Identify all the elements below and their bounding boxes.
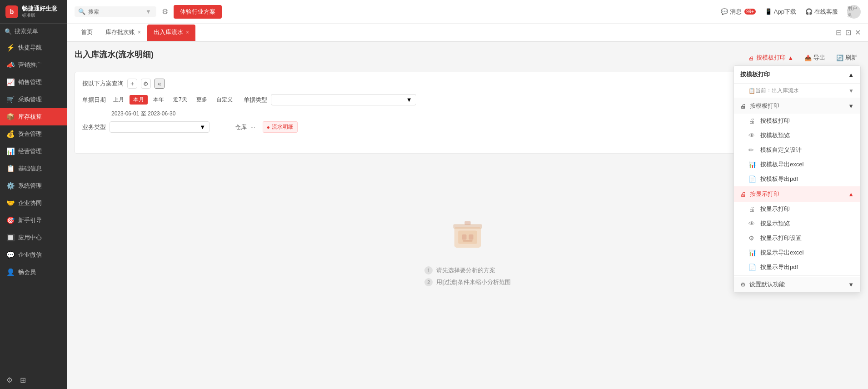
display-section-chevron: ▲ <box>848 191 854 198</box>
topbar-right: 💬 消息 99+ 📱 App下载 🎧 在线客服 用户名 <box>721 5 861 19</box>
print-chevron-icon: ▲ <box>788 55 793 61</box>
tab-expand-icon[interactable]: ⊡ <box>845 28 851 37</box>
sidebar-item-quicknav[interactable]: ⚡ 快捷导航 <box>0 39 67 56</box>
display-print-label: 按显示打印 <box>760 205 790 213</box>
date-tab-custom[interactable]: 自定义 <box>213 95 236 105</box>
tab-flow[interactable]: 出入库流水 × <box>147 25 195 41</box>
sidebar-item-inventory[interactable]: 📦 库存核算 <box>0 108 67 125</box>
dropdown-item-display-excel[interactable]: 📊 按显示导出excel <box>734 245 860 260</box>
doctype-select[interactable]: ▼ <box>271 94 416 105</box>
doctype-field-label: 单据类型 <box>244 96 267 104</box>
messages-label: 消息 <box>730 8 742 16</box>
dropdown-item-display-settings[interactable]: ⚙ 按显示打印设置 <box>734 231 860 245</box>
messages-badge: 99+ <box>744 9 756 15</box>
business-type-label: 业务类型 <box>82 123 106 131</box>
sidebar-item-label: 销售管理 <box>18 78 42 86</box>
sidebar-item-label: 应用中心 <box>18 234 42 242</box>
filter-label: 按以下方案查询 <box>82 80 124 88</box>
settings-bottom-icon[interactable]: ⚙ <box>6 376 13 384</box>
default-settings-row[interactable]: ⚙ 设置默认功能 ▼ <box>734 277 860 292</box>
tab-batch[interactable]: 库存批次账 × <box>99 25 147 41</box>
date-tab-this-month[interactable]: 本月 <box>130 95 148 105</box>
svg-rect-2 <box>462 234 467 240</box>
dropdown-item-template-pdf[interactable]: 📄 按模板导出pdf <box>734 172 860 186</box>
collapse-sidebar-icon[interactable]: ⊞ <box>20 376 26 384</box>
dropdown-item-template-print[interactable]: 🖨 按模板打印 <box>734 114 860 128</box>
topbar-search-input[interactable] <box>88 9 143 15</box>
warehouse-group: 仓库 ··· <box>235 123 255 131</box>
sidebar-item-purchase[interactable]: 🛒 采购管理 <box>0 91 67 108</box>
filter-collapse-btn[interactable]: « <box>155 79 165 89</box>
tab-close-all-icon[interactable]: ✕ <box>855 28 861 37</box>
step-2-text: 用[过滤]条件来缩小分析范围 <box>436 278 510 286</box>
date-tab-this-year[interactable]: 本年 <box>150 95 168 105</box>
filter-settings-btn[interactable]: ⚙ <box>141 79 151 89</box>
refresh-btn[interactable]: 🔄 刷新 <box>833 52 861 64</box>
dropdown-item-display-preview[interactable]: 👁 按显示预览 <box>734 216 860 231</box>
customer-service-label: 在线客服 <box>814 8 838 16</box>
warehouse-more-btn[interactable]: ··· <box>250 124 255 130</box>
collab-icon: 🤝 <box>6 199 15 207</box>
sidebar-item-wechat[interactable]: 💬 企业微信 <box>0 246 67 264</box>
sidebar-item-collab[interactable]: 🤝 企业协同 <box>0 194 67 212</box>
display-section-header[interactable]: 🖨 按显示打印 ▲ <box>734 186 860 202</box>
avatar[interactable]: 用户名 <box>847 5 861 19</box>
messages-btn[interactable]: 💬 消息 99+ <box>721 8 756 16</box>
filter-add-btn[interactable]: + <box>127 79 137 89</box>
print-icon: 🖨 <box>748 55 754 61</box>
tab-batch-close[interactable]: × <box>138 29 141 35</box>
export-icon: 📤 <box>804 55 812 61</box>
date-filter-group: 单据日期 上月 本月 本年 近7天 更多 自定义 <box>82 95 236 105</box>
sidebar-bottom: ⚙ ⊞ <box>0 371 67 389</box>
search-label: 搜索菜单 <box>15 27 38 35</box>
print-dropdown-header: 按模板打印 ▲ <box>734 66 860 84</box>
refresh-label: 刷新 <box>845 54 857 62</box>
template-section-header[interactable]: 🖨 按模板打印 ▼ <box>734 98 860 114</box>
empty-step-1: 1 请先选择要分析的方案 <box>424 266 510 274</box>
sidebar-item-sales[interactable]: 📈 销售管理 <box>0 74 67 91</box>
sidebar-item-finance[interactable]: 💰 资金管理 <box>0 125 67 143</box>
template-excel-label: 按模板导出excel <box>760 160 803 169</box>
print-btn[interactable]: 🖨 按模板打印 ▲ <box>745 52 797 64</box>
tab-home[interactable]: 首页 <box>75 25 99 41</box>
industry-btn[interactable]: 体验行业方案 <box>174 5 222 19</box>
print-label: 按模板打印 <box>756 54 786 62</box>
dropdown-item-display-pdf[interactable]: 📄 按显示导出pdf <box>734 260 860 274</box>
sidebar-item-basic[interactable]: 📋 基础信息 <box>0 160 67 177</box>
logo-area: b 畅捷通好生意 标准版 <box>0 0 67 24</box>
business-type-select[interactable]: ▼ <box>110 121 210 133</box>
dropdown-item-display-print[interactable]: 🖨 按显示打印 <box>734 202 860 216</box>
sidebar-item-operations[interactable]: 📊 经营管理 <box>0 143 67 160</box>
sidebar-search[interactable]: 🔍 搜索菜单 <box>0 24 67 39</box>
app-download-icon: 📱 <box>765 8 772 15</box>
date-tab-more[interactable]: 更多 <box>193 95 211 105</box>
current-label-icon: 📋 <box>748 88 755 94</box>
sidebar-item-marketing[interactable]: 📣 营销推广 <box>0 56 67 74</box>
date-tab-7days[interactable]: 近7天 <box>170 95 191 105</box>
display-excel-label: 按显示导出excel <box>760 249 803 257</box>
sidebar-item-member[interactable]: 👤 畅会员 <box>0 264 67 281</box>
tab-flow-close[interactable]: × <box>186 29 189 35</box>
sidebar-item-appstore[interactable]: 🔲 应用中心 <box>0 229 67 246</box>
filter-detail-tag[interactable]: ● 流水明细 <box>263 121 298 133</box>
print-dropdown-chevron-icon: ▲ <box>848 71 854 78</box>
step-1-num: 1 <box>424 266 433 274</box>
export-label: 导出 <box>813 54 825 62</box>
template-design-label: 模板自定义设计 <box>760 146 802 154</box>
empty-steps: 1 请先选择要分析的方案 2 用[过滤]条件来缩小分析范围 <box>424 266 510 290</box>
filter-tag-icon: ● <box>267 124 270 130</box>
topbar-search-wrap[interactable]: 🔍 ▼ <box>75 6 156 17</box>
tab-batch-label: 库存批次账 <box>105 28 135 36</box>
dropdown-item-template-excel[interactable]: 📊 按模板导出excel <box>734 157 860 172</box>
dropdown-item-template-preview[interactable]: 👁 按模板预览 <box>734 128 860 143</box>
customer-service-btn[interactable]: 🎧 在线客服 <box>805 8 838 16</box>
tab-minimize-icon[interactable]: ⊟ <box>836 28 842 37</box>
sidebar-item-system[interactable]: ⚙️ 系统管理 <box>0 177 67 194</box>
refresh-icon: 🔄 <box>836 55 843 61</box>
topbar-gear-icon[interactable]: ⚙ <box>162 7 168 16</box>
dropdown-item-template-design[interactable]: ✏ 模板自定义设计 <box>734 143 860 157</box>
export-btn[interactable]: 📤 导出 <box>801 52 829 64</box>
app-download-btn[interactable]: 📱 App下载 <box>765 8 796 16</box>
date-tab-last-month[interactable]: 上月 <box>110 95 128 105</box>
sidebar-item-guide[interactable]: 🎯 新手引导 <box>0 212 67 229</box>
